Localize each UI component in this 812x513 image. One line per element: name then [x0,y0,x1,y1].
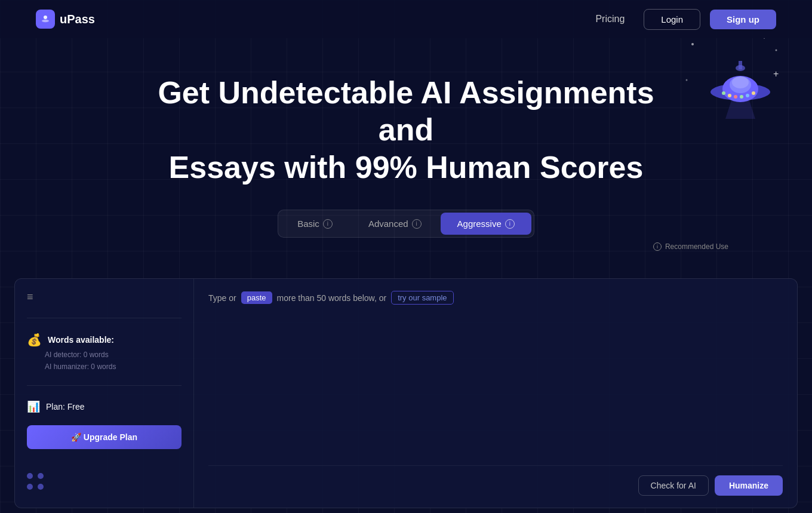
dot-4 [38,484,44,490]
sidebar: ≡ 💰 Words available: AI detector: 0 word… [15,279,194,508]
svg-point-3 [776,50,777,51]
navbar: uPass Pricing Login Sign up [0,0,812,38]
editor-panel: Type or paste more than 50 words below, … [194,279,797,508]
humanize-button[interactable]: Humanize [715,475,783,496]
sample-button[interactable]: try our sample [391,291,453,305]
middle-prompt-text: more than 50 words below, or [277,293,387,303]
svg-point-13 [734,95,737,99]
logo-text: uPass [60,13,95,26]
dots-decoration [27,461,182,496]
recommended-info-icon: i [653,242,662,251]
svg-marker-17 [725,100,755,119]
ai-humanizer-label: AI humanizer: 0 words [45,363,182,371]
logo-icon [36,10,55,29]
mode-tabs: Basic i Advanced i Aggressive i [12,210,800,238]
svg-point-0 [44,16,47,19]
svg-point-1 [42,20,49,23]
svg-point-14 [740,95,743,99]
dot-3 [27,484,33,490]
editor-prompt: Type or paste more than 50 words below, … [208,291,783,305]
menu-icon[interactable]: ≡ [27,291,182,303]
paste-label[interactable]: paste [241,291,272,304]
below-content [0,508,812,513]
plan-icon: 📊 [27,400,40,413]
svg-point-12 [728,94,731,97]
tab-basic[interactable]: Basic i [281,213,349,235]
tab-advanced[interactable]: Advanced i [352,213,438,235]
login-button[interactable]: Login [644,9,700,30]
svg-point-9 [730,76,751,93]
svg-point-10 [732,76,749,88]
svg-text:+: + [773,69,779,79]
ai-detector-label: AI detector: 0 words [45,351,182,359]
svg-point-2 [691,43,694,45]
plan-label: Plan: Free [46,402,85,411]
logo[interactable]: uPass [36,10,95,29]
svg-point-16 [752,91,755,95]
svg-point-7 [710,84,770,100]
ufo-decoration: + [681,32,788,128]
prompt-text: Type or [208,293,236,303]
basic-info-icon: i [323,219,333,229]
svg-point-11 [722,91,725,95]
sidebar-divider-1 [27,318,182,318]
svg-point-18 [736,65,745,71]
sidebar-divider-2 [27,385,182,386]
text-input[interactable] [208,314,783,465]
dots-grid [27,473,44,490]
svg-rect-19 [739,61,742,69]
words-title: Words available: [48,335,114,345]
recommended-label: i Recommended Use [12,242,800,251]
action-buttons: Check for AI Humanize [208,465,783,496]
pricing-link[interactable]: Pricing [586,9,634,29]
nav-actions: Pricing Login Sign up [586,9,776,30]
tabs-group: Basic i Advanced i Aggressive i [278,210,534,238]
hero-title: Get Undetectable AI Assignments and Essa… [137,74,675,186]
tab-aggressive[interactable]: Aggressive i [441,213,531,235]
words-icon: 💰 [27,333,42,347]
upgrade-button[interactable]: 🚀 Upgrade Plan [27,425,182,449]
aggressive-info-icon: i [505,219,515,229]
check-ai-button[interactable]: Check for AI [638,475,709,496]
main-panel: ≡ 💰 Words available: AI detector: 0 word… [14,278,798,508]
signup-button[interactable]: Sign up [710,10,776,29]
dot-1 [27,473,33,479]
svg-point-5 [686,79,688,81]
svg-point-15 [746,94,749,97]
svg-point-8 [722,76,758,102]
plan-section: 📊 Plan: Free [27,400,182,413]
advanced-info-icon: i [412,219,422,229]
hero-section: + Get Undetectable AI Assignments and Es… [0,38,812,278]
dot-2 [38,473,44,479]
words-section: 💰 Words available: AI detector: 0 words … [27,333,182,371]
